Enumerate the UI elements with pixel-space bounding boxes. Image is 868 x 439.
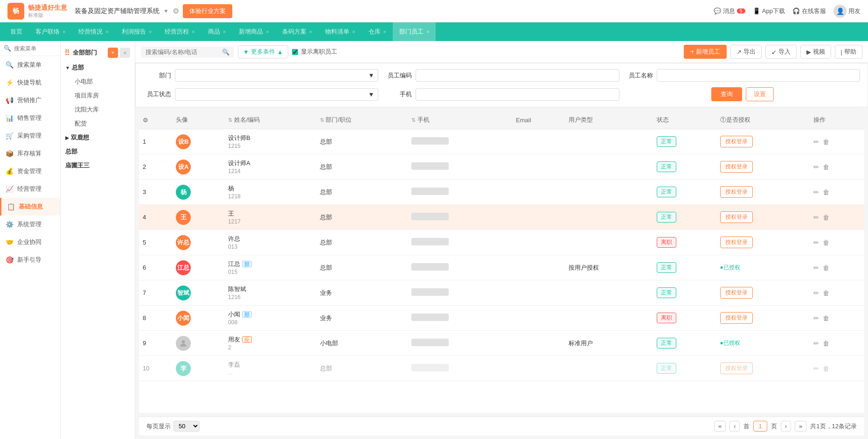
delete-icon[interactable]: 🗑 (823, 138, 829, 146)
sidebar-item-search[interactable]: 🔍搜索菜单 (0, 56, 60, 74)
nav-tab-新增商品[interactable]: 新增商品× (232, 22, 275, 41)
search-input[interactable] (146, 49, 219, 56)
empcode-filter-input[interactable] (416, 69, 619, 82)
sidebar-item-operations[interactable]: 📈经营管理 (0, 180, 60, 198)
sidebar-item-finance[interactable]: 💰资金管理 (0, 162, 60, 180)
settings-icon[interactable]: ⚙ (173, 7, 179, 15)
dropdown-arrow-icon[interactable]: ▼ (163, 8, 169, 14)
dept-item-project[interactable]: 项目库房 (67, 89, 135, 103)
sidebar-search-input[interactable] (14, 45, 61, 52)
close-tab-icon[interactable]: × (192, 29, 194, 35)
trial-button[interactable]: 体验行业方案 (183, 4, 232, 18)
authorize-button[interactable]: 授权登录 (720, 287, 753, 299)
next-page-button[interactable]: › (781, 421, 791, 432)
delete-icon[interactable]: 🗑 (823, 239, 829, 246)
delete-icon[interactable]: 🗑 (823, 314, 829, 322)
nav-tab-客户联络[interactable]: 客户联络× (29, 22, 72, 41)
collapse-tree-button[interactable]: « (120, 48, 130, 58)
edit-icon[interactable]: ✏ (813, 314, 819, 322)
message-button[interactable]: 💬 消息 5 (714, 7, 745, 15)
status-filter-select[interactable]: ▼ (175, 88, 378, 101)
edit-icon[interactable]: ✏ (813, 214, 819, 221)
dept-item-shenyang[interactable]: 沈阳大库 (67, 103, 135, 117)
import-button[interactable]: ↙ 导入 (765, 45, 797, 59)
add-employee-button[interactable]: + 新增员工 (684, 45, 726, 59)
authorize-button[interactable]: 授权登录 (720, 136, 753, 147)
edit-icon[interactable]: ✏ (813, 365, 819, 372)
authorize-button[interactable]: 授权登录 (720, 237, 753, 248)
sort-icon-4[interactable]: ⇅ (411, 117, 416, 123)
sidebar-search[interactable]: 🔍 (0, 41, 60, 56)
delete-icon[interactable]: 🗑 (823, 264, 829, 272)
add-dept-button[interactable]: + (108, 48, 118, 58)
set-button[interactable]: 设置 (746, 87, 774, 101)
close-tab-icon[interactable]: × (352, 29, 355, 35)
dept-item-zongbu2[interactable]: 总部 (61, 145, 135, 159)
user-menu[interactable]: 👤 用友 (833, 5, 861, 18)
edit-icon[interactable]: ✏ (813, 289, 819, 297)
dept-item-distribution[interactable]: 配货 (67, 117, 135, 131)
nav-tab-部门员工[interactable]: 部门员工× (393, 22, 436, 41)
sidebar-item-guide[interactable]: 🎯新手引导 (0, 251, 60, 269)
empname-filter-input[interactable] (657, 69, 860, 82)
authorize-button[interactable]: 授权登录 (720, 161, 753, 173)
sidebar-item-sales[interactable]: 📊销售管理 (0, 109, 60, 127)
sidebar-item-quick[interactable]: ⚡快捷导航 (0, 74, 60, 91)
close-tab-icon[interactable]: × (383, 29, 386, 35)
authorize-button[interactable]: 授权登录 (720, 211, 753, 223)
dept-item-miaopu[interactable]: 庙圃王三 (61, 159, 135, 173)
nav-tab-经营情况[interactable]: 经营情况× (72, 22, 115, 41)
help-button[interactable]: | 帮助 (835, 45, 862, 59)
edit-icon[interactable]: ✏ (813, 239, 819, 246)
sidebar-item-purchase[interactable]: 🛒采购管理 (0, 127, 60, 145)
app-download-button[interactable]: 📱 App下载 (753, 7, 785, 15)
authorize-button[interactable]: 授权登录 (720, 312, 753, 324)
dept-item-shuanglu[interactable]: ▶ 双鹿想 (61, 131, 135, 145)
sort-icon-3[interactable]: ⇅ (320, 117, 324, 123)
dept-filter-select[interactable]: ▼ (175, 69, 378, 82)
online-service-button[interactable]: 🎧 在线客服 (792, 7, 826, 15)
authorize-button[interactable]: 授权登录 (720, 362, 753, 374)
close-tab-icon[interactable]: × (105, 29, 108, 35)
more-conditions-button[interactable]: ▼ 更多条件 ▲ (238, 45, 288, 58)
settings-col-icon[interactable]: ⚙ (143, 117, 148, 124)
delete-icon[interactable]: 🗑 (823, 188, 829, 196)
first-page-button[interactable]: « (714, 421, 726, 432)
sidebar-item-inventory[interactable]: 📦库存核算 (0, 145, 60, 162)
close-tab-icon[interactable]: × (223, 29, 226, 35)
nav-tab-仓库[interactable]: 仓库× (362, 22, 393, 41)
nav-tab-首页[interactable]: 首页 (4, 22, 29, 41)
delete-icon[interactable]: 🗑 (823, 289, 829, 297)
prev-page-button[interactable]: ‹ (729, 421, 740, 432)
authorize-button[interactable]: 授权登录 (720, 186, 753, 198)
sidebar-item-system[interactable]: ⚙️系统管理 (0, 216, 60, 233)
nav-tab-条码方案[interactable]: 条码方案× (276, 22, 319, 41)
export-button[interactable]: ↗ 导出 (730, 45, 762, 59)
nav-tab-利润报告[interactable]: 利润报告× (115, 22, 158, 41)
nav-tab-经营历程[interactable]: 经营历程× (158, 22, 201, 41)
edit-icon[interactable]: ✏ (813, 264, 819, 272)
edit-icon[interactable]: ✏ (813, 340, 819, 347)
delete-icon[interactable]: 🗑 (823, 214, 829, 221)
delete-icon[interactable]: 🗑 (823, 340, 829, 347)
dept-item-general[interactable]: ▼ 总部 (61, 61, 135, 75)
sidebar-item-marketing[interactable]: 📢营销推广 (0, 91, 60, 109)
show-resigned-checkbox[interactable] (292, 49, 298, 55)
close-tab-icon[interactable]: × (309, 29, 312, 35)
dept-item-xiaodian[interactable]: 小电部 (67, 75, 135, 89)
phone-filter-input[interactable] (416, 88, 619, 101)
last-page-button[interactable]: » (795, 421, 806, 432)
sidebar-item-basic[interactable]: 📋基础信息 (0, 198, 60, 216)
edit-icon[interactable]: ✏ (813, 138, 819, 146)
query-button[interactable]: 查询 (711, 87, 742, 101)
close-tab-icon[interactable]: × (62, 29, 65, 35)
close-tab-icon[interactable]: × (149, 29, 152, 35)
video-button[interactable]: ▶ 视频 (800, 45, 831, 59)
show-resigned-toggle[interactable]: 显示离职员工 (292, 48, 337, 56)
close-tab-icon[interactable]: × (266, 29, 269, 35)
nav-tab-商品[interactable]: 商品× (201, 22, 232, 41)
page-size-select[interactable]: 50 100 200 (174, 421, 200, 432)
close-tab-icon[interactable]: × (426, 29, 429, 35)
edit-icon[interactable]: ✏ (813, 163, 819, 171)
sidebar-item-collab[interactable]: 🤝企业协同 (0, 233, 60, 251)
